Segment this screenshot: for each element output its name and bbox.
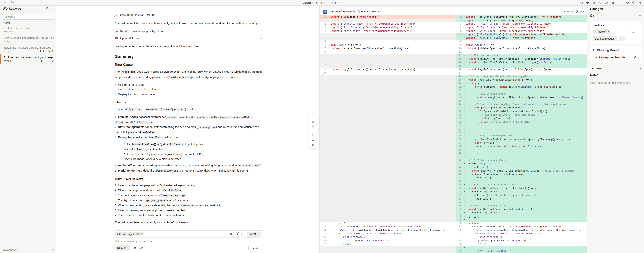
chat-composer: 2 files changed +61 -3 Latest Default <box>113 230 264 253</box>
monitor-icon[interactable] <box>312 138 315 142</box>
terminal-section-header[interactable]: Terminal <box>588 65 644 72</box>
workspace-item[interactable]: Explore the codebase I want you to exp 7… <box>0 54 56 64</box>
diff-style-icon[interactable] <box>312 120 315 124</box>
git-compare-icon[interactable] <box>312 144 315 147</box>
spark-icon[interactable] <box>229 232 232 236</box>
plus-icon[interactable] <box>50 7 54 10</box>
chevron-down-icon[interactable] <box>581 10 584 14</box>
sign-out-icon[interactable] <box>10 1 14 4</box>
read-icon <box>115 30 118 33</box>
send-button[interactable]: Send <box>248 245 261 251</box>
tool-call-row[interactable]: Read medusa/src/pages/Agent.tsx <box>115 30 263 33</box>
panel-right-icon[interactable] <box>610 1 614 4</box>
line-number: 11 <box>320 222 327 225</box>
list-item: 3. Display the plan review modal <box>115 92 263 96</box>
drag-handle[interactable] <box>312 116 315 116</box>
diff-line: 1-import { useState } from "react"; <box>320 16 456 19</box>
attachment-icon[interactable] <box>134 246 137 250</box>
working-branch-input[interactable] <box>594 56 633 59</box>
pen-icon[interactable] <box>140 246 143 250</box>
more-options-icon[interactable] <box>635 30 639 34</box>
line-number: 57 <box>456 211 463 215</box>
diff-file-path: /medusa/medusa/src/pages/Agent.tsx <box>329 10 383 13</box>
diff-style-icon[interactable] <box>575 10 579 14</box>
workspace-lines-removed: -3 <box>51 60 54 62</box>
todo-list-icon[interactable] <box>235 232 238 236</box>
branch-dropdown[interactable]: master <box>592 29 611 34</box>
gear-icon[interactable] <box>638 1 642 4</box>
layers-icon[interactable] <box>46 7 49 10</box>
mode-dropdown[interactable]: Default <box>115 246 130 250</box>
git-section-header[interactable]: Git <box>588 12 644 19</box>
git-compare-icon[interactable] <box>592 1 596 4</box>
copy-icon[interactable] <box>312 126 315 129</box>
archive-icon[interactable] <box>4 1 7 4</box>
model-version-dropdown[interactable]: Latest <box>247 232 261 237</box>
chat-icon[interactable] <box>586 1 589 4</box>
list-item: 1. User is on the Agent page with a Dock… <box>115 183 263 188</box>
terminal-glyph-icon[interactable] <box>598 1 602 4</box>
expand-icon[interactable] <box>634 67 637 70</box>
view-archive-link[interactable]: View Archive <box>3 248 16 251</box>
line-number: 12 <box>320 225 327 229</box>
changes-section-header[interactable]: Changes <box>588 6 644 12</box>
titlebar-left-icons <box>0 1 14 4</box>
branch-icon <box>594 30 597 33</box>
list-item: 2. Claude enters plan mode and calls Exi… <box>115 188 263 193</box>
window-title: vk/3ccf-explore-the-code <box>0 1 644 5</box>
chevron-down-icon <box>257 233 259 235</box>
list-item: 1. Imports: Added necessary imports for … <box>115 114 263 124</box>
files-changed-chip[interactable]: 2 files changed +61 -3 <box>115 232 144 236</box>
chat-transcript[interactable]: npm run build 2>&1 | tail -80 The build … <box>56 6 319 231</box>
panel-left-icon[interactable] <box>580 1 583 4</box>
workspace-search-input[interactable] <box>2 14 54 20</box>
notes-section-header[interactable]: Notes <box>588 72 644 78</box>
megaphone-icon[interactable] <box>626 1 629 4</box>
diff-line: 19+ const loadPlans = useCallback(async … <box>456 78 587 82</box>
workspace-item[interactable]: Explore the codebase 35m ago <box>0 25 56 35</box>
tool-call-row[interactable]: npm run build 2>&1 | tail -80 <box>115 13 263 16</box>
pull-request-options-button[interactable] <box>619 36 625 41</box>
monitor-icon[interactable] <box>604 1 608 4</box>
open-pull-request-button[interactable]: Open pull request <box>592 36 617 41</box>
line-number: 14 <box>456 61 463 64</box>
commits-ahead[interactable]: 1 <box>630 30 634 33</box>
line-number: 12 <box>456 54 463 58</box>
line-number: 7 <box>320 47 327 50</box>
diff-collapsed-row <box>320 86 456 89</box>
chevron-down-icon[interactable] <box>260 37 263 40</box>
inline-code: invoke <box>166 116 178 119</box>
line-number: 8 <box>456 40 463 43</box>
message-input[interactable] <box>115 240 260 243</box>
diff-collapsed-row <box>320 75 456 78</box>
list-item: 5. When a new pending plan is detected, … <box>115 203 263 208</box>
tool-call-row[interactable]: Updated Todos <box>115 36 263 40</box>
diff-collapsed-row <box>320 166 456 169</box>
working-branch-field <box>592 54 639 60</box>
line-number: 61 <box>456 225 463 229</box>
line-number: 29 <box>456 113 463 117</box>
notes-placeholder[interactable]: Add notes about this workspace... <box>588 78 644 87</box>
play-icon[interactable] <box>312 133 315 136</box>
line-number: 53 <box>456 197 463 201</box>
workspace-title: Create Good First Issues on Github So p <box>4 36 54 40</box>
diff-header[interactable]: TS /medusa/medusa/src/pages/Agent.tsx +5… <box>320 8 587 16</box>
help-icon[interactable] <box>632 1 636 4</box>
diff-line: 32+ } <box>456 124 587 127</box>
diff-collapsed-row <box>320 58 456 61</box>
diff-collapsed-row <box>320 187 456 190</box>
menu-icon[interactable] <box>620 1 623 4</box>
workspace-item[interactable]: Create Good First Issues on Github So p … <box>0 35 56 44</box>
floating-toolbar[interactable] <box>309 114 318 149</box>
edit-icon[interactable] <box>633 56 637 59</box>
diff-line: 15 <ChatInterface /> <box>320 236 456 239</box>
inline-code: Agent.tsx <box>120 70 136 74</box>
line-number: 13 <box>456 58 463 61</box>
diff-line: 46+ return () => clearInterval(interval)… <box>456 173 587 176</box>
diff-body[interactable]: 1-import { useState } from "react";2impo… <box>320 16 587 253</box>
diff-collapsed-row <box>320 218 456 222</box>
list-item: 1. Poll for pending plans <box>115 82 263 87</box>
line-number: 4 <box>456 26 463 30</box>
line-number: 36 <box>456 138 463 141</box>
workspace-item[interactable]: Install and integrate Vibe Kanban Web 7h… <box>0 44 56 54</box>
